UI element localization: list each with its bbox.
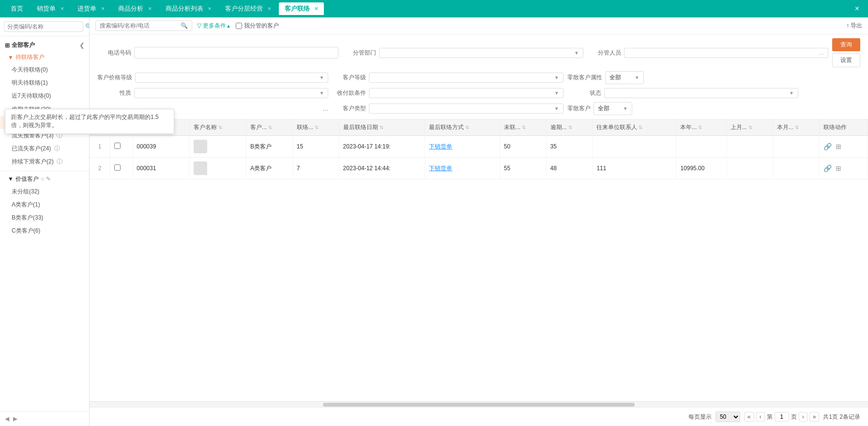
per-page-select[interactable]: 50 100 200: [716, 411, 740, 422]
row-last-date-1: 2023-04-17 14:19:: [339, 136, 425, 158]
sidebar-item-7days[interactable]: 近7天待联络(0): [0, 89, 89, 103]
filter-cell-dept: 分管部门 ▼: [342, 48, 583, 58]
row-type-2: A类客户: [246, 158, 293, 179]
filter-cell-payment: 收付款条件 ▼: [332, 88, 563, 98]
nav-customer-tier[interactable]: 客户分层经营 ×: [219, 2, 277, 15]
row-checkbox-1[interactable]: [110, 136, 132, 158]
row-no-contact-1: 50: [500, 136, 546, 158]
nav-customer-contact-close[interactable]: ×: [315, 5, 319, 12]
link-icon-1[interactable]: 🔗: [823, 143, 832, 150]
my-customers-checkbox[interactable]: [236, 23, 242, 29]
expand-arrow-icon: ▼: [8, 54, 14, 61]
search-icon[interactable]: 🔍: [181, 22, 188, 29]
payment-label: 收付款条件: [332, 89, 366, 97]
person-select[interactable]: …: [624, 48, 828, 58]
sidebar-item-class-c[interactable]: C类客户(6): [0, 224, 89, 237]
scrollbar-thumb[interactable]: [323, 403, 634, 407]
collapse-arrow-icon[interactable]: ❮: [79, 42, 84, 49]
nav-product-list-close[interactable]: ×: [208, 5, 212, 12]
sidebar-pending-group-title[interactable]: ▼ 待联络客户: [0, 51, 89, 63]
window-close-button[interactable]: ×: [851, 4, 863, 13]
nav-home[interactable]: 首页: [5, 2, 29, 15]
prev-page-btn[interactable]: ‹: [756, 412, 765, 422]
sidebar-search-icon[interactable]: 🔍: [85, 23, 90, 30]
edit-icon2[interactable]: ✎: [46, 176, 51, 182]
scatter-select[interactable]: 全部 ▼: [594, 102, 632, 115]
nav-sales[interactable]: 销货单 ×: [31, 2, 70, 15]
sort-icon-no-contact[interactable]: ⇅: [522, 125, 526, 130]
phone-input[interactable]: [134, 47, 338, 59]
row-num-2: 2: [90, 158, 110, 179]
nav-customer-tier-close[interactable]: ×: [268, 5, 272, 12]
export-button[interactable]: ↑ 导出: [846, 22, 862, 30]
nav-purchase[interactable]: 进货单 ×: [72, 2, 110, 15]
row-name-1: [189, 136, 246, 158]
sort-icon-overdue[interactable]: ⇅: [568, 125, 572, 130]
sidebar-item-today[interactable]: 今天待联络(0): [0, 63, 89, 76]
sidebar-all-customers[interactable]: ⊞ 全部客户 ❮: [0, 39, 89, 51]
scatter-attr-select[interactable]: 全部 ▼: [605, 71, 644, 84]
customer-type-arrow: ▼: [554, 106, 559, 111]
grid-action-icon-1[interactable]: ⊞: [836, 143, 841, 150]
last-page-btn[interactable]: »: [809, 412, 820, 422]
horizontal-scrollbar[interactable]: [90, 401, 868, 407]
sidebar-search-input[interactable]: [4, 21, 83, 32]
sidebar: 🔍 ⊞ 全部客户 ❮ ▼ 待联络客户 今天待联络(0) 明天待联络(1) 近7天…: [0, 17, 90, 426]
nav-purchase-close[interactable]: ×: [101, 5, 105, 12]
sidebar-item-class-a[interactable]: A类客户(1): [0, 198, 89, 211]
sort-icon-method[interactable]: ⇅: [465, 125, 469, 130]
dept-select[interactable]: ▼: [379, 48, 583, 58]
filter-cell-customer-type: 客户类型 ▼: [332, 103, 563, 114]
nav-product-analysis[interactable]: 商品分析 ×: [112, 2, 157, 15]
sort-icon-last-month[interactable]: ⇅: [748, 125, 752, 130]
page-input[interactable]: [775, 412, 789, 422]
next-page-btn[interactable]: ›: [799, 412, 807, 422]
more-conditions-btn[interactable]: ▽ 更多条件 ▲: [197, 22, 231, 30]
data-table-area: ⚙ 客户编码⇅ 客户名称⇅ 客户...⇅ 联络...⇅ 最后联络日期⇅ 最后联络…: [90, 119, 868, 401]
sidebar-item-declining[interactable]: 持续下滑客户(2) ⓘ: [0, 155, 89, 168]
sidebar-nav-right[interactable]: ▶: [11, 414, 19, 423]
col-contact-count: 联络...⇅: [292, 119, 339, 136]
sort-icon-contact[interactable]: ⇅: [315, 125, 319, 130]
query-button[interactable]: 查询: [832, 38, 860, 51]
col-name: 客户名称⇅: [189, 119, 246, 136]
row-last-method-2[interactable]: 下销货单: [425, 158, 500, 179]
row-last-month-1: [726, 136, 773, 158]
payment-select[interactable]: ▼: [369, 88, 563, 98]
grid-action-icon-2[interactable]: ⊞: [836, 164, 841, 172]
search-input[interactable]: [100, 22, 179, 29]
info-icon3: ⓘ: [54, 145, 60, 152]
price-grade-select[interactable]: ▼: [135, 73, 328, 83]
status-select[interactable]: ▼: [604, 88, 798, 98]
edit-icon[interactable]: ○: [41, 176, 44, 182]
sort-icon-type[interactable]: ⇅: [268, 125, 272, 130]
nature-select[interactable]: ▼: [134, 88, 328, 98]
avatar-1: [194, 140, 207, 153]
sidebar-item-churned[interactable]: 已流失客户(24) ⓘ: [0, 142, 89, 155]
col-actions: 联络动作: [819, 119, 868, 136]
row-checkbox-2[interactable]: [110, 158, 132, 179]
first-page-btn[interactable]: «: [744, 412, 754, 422]
sort-icon-year[interactable]: ⇅: [698, 125, 702, 130]
nav-product-analysis-close[interactable]: ×: [148, 5, 152, 12]
link-icon-2[interactable]: 🔗: [823, 164, 832, 172]
row-last-method-1[interactable]: 下销货单: [425, 136, 500, 158]
sort-icon-date[interactable]: ⇅: [380, 125, 383, 130]
sidebar-nav-left[interactable]: ◀: [3, 414, 11, 423]
action-icons-1: 🔗 ⊞: [823, 143, 864, 150]
customer-type-select[interactable]: ▼: [369, 103, 563, 114]
sort-icon-this-month[interactable]: ⇅: [795, 125, 799, 130]
nav-customer-contact[interactable]: 客户联络 ×: [279, 2, 324, 15]
sort-icon-name[interactable]: ⇅: [218, 125, 222, 130]
settings-button[interactable]: 设置: [832, 53, 860, 67]
sort-icon-person[interactable]: ⇅: [639, 125, 642, 130]
payment-arrow: ▼: [554, 90, 559, 96]
filter-more-dots[interactable]: …: [322, 105, 328, 112]
customer-grade-select[interactable]: ▼: [369, 73, 563, 83]
sidebar-item-tomorrow[interactable]: 明天待联络(1): [0, 76, 89, 89]
sidebar-item-ungrouped[interactable]: 未分组(32): [0, 185, 89, 198]
nav-sales-close[interactable]: ×: [61, 5, 64, 12]
sidebar-value-group-title[interactable]: ▼ 价值客户 ○ ✎: [0, 173, 89, 185]
nav-product-list[interactable]: 商品分析列表 ×: [160, 2, 217, 15]
sidebar-item-class-b[interactable]: B类客户(33): [0, 211, 89, 224]
